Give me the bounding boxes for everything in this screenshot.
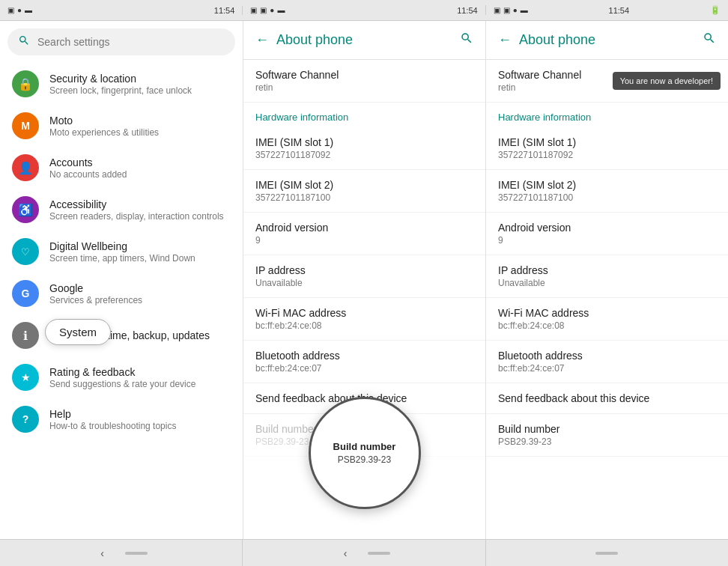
battery-icon: 🔋 <box>710 5 721 15</box>
bottom-nav-segment-3 <box>486 540 728 566</box>
google-title: Google <box>49 282 142 294</box>
status-icon-lock: ● <box>270 6 274 14</box>
help-icon: ? <box>12 406 39 433</box>
bt-title-2: Bluetooth address <box>498 350 716 362</box>
bottom-nav-segment-1: ‹ <box>0 540 243 566</box>
accounts-title: Accounts <box>49 156 127 168</box>
about-item-ip-2[interactable]: IP address Unavailable <box>486 255 728 298</box>
about-item-imei2-2[interactable]: IMEI (SIM slot 2) 357227101187100 <box>486 170 728 213</box>
about-item-imei2-1[interactable]: IMEI (SIM slot 2) 357227101187100 <box>243 170 485 213</box>
status-icon-sd: ▣ <box>260 6 267 14</box>
bt-value-1: bc:ff:eb:24:ce:07 <box>255 363 473 374</box>
rating-subtitle: Send suggestions & rate your device <box>49 379 195 389</box>
back-arrow-1[interactable]: ← <box>255 32 269 48</box>
android-value-2: 9 <box>498 235 716 246</box>
sidebar-item-accounts[interactable]: 👤 Accounts No accounts added <box>0 147 243 189</box>
imei2-title-2: IMEI (SIM slot 2) <box>498 179 716 191</box>
wifi-value-2: bc:ff:eb:24:ce:08 <box>498 320 716 331</box>
system-bubble: System <box>45 319 111 345</box>
android-value-1: 9 <box>255 235 473 246</box>
status-icons-left-1: ▣ ● ▬ <box>7 6 32 14</box>
nav-indicator-2[interactable] <box>368 552 390 555</box>
search-bar[interactable] <box>7 28 235 55</box>
imei1-title-1: IMEI (SIM slot 1) <box>255 136 473 148</box>
security-text: Security & location Screen lock, fingerp… <box>49 73 192 96</box>
nav-back-2[interactable]: ‹ <box>338 544 354 562</box>
rating-title: Rating & feedback <box>49 366 195 378</box>
about-content-1: Software Channel retin Hardware informat… <box>243 60 485 539</box>
sidebar-item-help[interactable]: ? Help How-to & troubleshooting topics <box>0 398 243 440</box>
sidebar-item-accessibility[interactable]: ♿ Accessibility Screen readers, display,… <box>0 189 243 231</box>
nav-indicator-1[interactable] <box>125 552 148 555</box>
accounts-text: Accounts No accounts added <box>49 156 127 180</box>
accessibility-subtitle: Screen readers, display, interaction con… <box>49 211 224 222</box>
digital-wellbeing-icon: ♡ <box>12 238 39 265</box>
sidebar-item-security[interactable]: 🔒 Security & location Screen lock, finge… <box>0 63 243 105</box>
accessibility-text: Accessibility Screen readers, display, i… <box>49 198 224 222</box>
about-item-software-channel-1[interactable]: Software Channel retin <box>243 60 485 103</box>
status-icons-left-2: ▣ ▣ ● ▬ <box>250 6 285 14</box>
ip-title-1: IP address <box>255 264 473 276</box>
about-item-wifi-2[interactable]: Wi-Fi MAC address bc:ff:eb:24:ce:08 <box>486 298 728 341</box>
android-title-1: Android version <box>255 222 473 234</box>
status-icon-sms: ▬ <box>25 6 32 14</box>
moto-title: Moto <box>49 115 159 127</box>
about-item-android-2[interactable]: Android version 9 <box>486 213 728 255</box>
help-subtitle: How-to & troubleshooting topics <box>49 421 176 431</box>
about-item-feedback-2[interactable]: Send feedback about this device <box>486 383 728 414</box>
status-segment-3: ▣ ▣ ● ▬ 11:54 🔋 <box>485 5 728 15</box>
accounts-subtitle: No accounts added <box>49 169 127 180</box>
digital-wellbeing-subtitle: Screen time, app timers, Wind Down <box>49 253 195 264</box>
about-header-hw-2: Hardware information <box>486 103 728 127</box>
about-item-android-1[interactable]: Android version 9 <box>243 213 485 255</box>
about-item-imei1-2[interactable]: IMEI (SIM slot 1) 357227101187092 <box>486 127 728 170</box>
about-item-ip-1[interactable]: IP address Unavailable <box>243 255 485 298</box>
system-icon: ℹ <box>12 322 39 349</box>
bottom-nav-segment-2: ‹ <box>243 540 485 566</box>
status-bar: ▣ ● ▬ 11:54 ▣ ▣ ● ▬ 11:54 ▣ ▣ ● ▬ 11:54 … <box>0 0 728 21</box>
sidebar-item-moto[interactable]: M Moto Moto experiences & utilities <box>0 105 243 147</box>
about-item-build-2[interactable]: Build number PSB29.39-23 <box>486 414 728 457</box>
nav-indicator-3[interactable] <box>595 552 618 555</box>
about-item-imei1-1[interactable]: IMEI (SIM slot 1) 357227101187092 <box>243 127 485 170</box>
ip-title-2: IP address <box>498 264 716 276</box>
about-header-2: ← About phone <box>486 21 728 60</box>
header-search-icon-1[interactable] <box>460 31 473 49</box>
digital-wellbeing-title: Digital Wellbeing <box>49 240 195 252</box>
about-item-wifi-1[interactable]: Wi-Fi MAC address bc:ff:eb:24:ce:08 <box>243 298 485 341</box>
about-panel-2: ← About phone Software Channel retin Har… <box>486 21 728 539</box>
wifi-value-1: bc:ff:eb:24:ce:08 <box>255 320 473 331</box>
security-subtitle: Screen lock, fingerprint, face unlock <box>49 85 192 96</box>
rating-icon: ★ <box>12 364 39 391</box>
imei1-title-2: IMEI (SIM slot 1) <box>498 136 716 148</box>
google-subtitle: Services & preferences <box>49 295 142 305</box>
ip-value-1: Unavailable <box>255 278 473 288</box>
main-layout: 🔒 Security & location Screen lock, finge… <box>0 21 728 539</box>
about-item-title-sc1: Software Channel <box>255 69 473 81</box>
about-item-bt-2[interactable]: Bluetooth address bc:ff:eb:24:ce:07 <box>486 341 728 383</box>
moto-icon: M <box>12 112 39 139</box>
sidebar-item-system[interactable]: ℹ Languages, time, backup, updates Syste… <box>0 314 243 356</box>
about-item-bt-1[interactable]: Bluetooth address bc:ff:eb:24:ce:07 <box>243 341 485 383</box>
imei2-value-1: 357227101187100 <box>255 192 473 203</box>
moto-subtitle: Moto experiences & utilities <box>49 127 159 138</box>
back-arrow-2[interactable]: ← <box>498 32 512 48</box>
status-segment-1: ▣ ● ▬ 11:54 <box>0 6 242 15</box>
sidebar-item-google[interactable]: G Google Services & preferences <box>0 273 243 314</box>
status-icon-msg: ▬ <box>277 6 285 14</box>
about-title-1: About phone <box>276 32 452 48</box>
sidebar-item-rating[interactable]: ★ Rating & feedback Send suggestions & r… <box>0 356 243 398</box>
search-input[interactable] <box>37 36 225 48</box>
nav-back-1[interactable]: ‹ <box>94 544 110 562</box>
build-value-2: PSB29.39-23 <box>498 436 716 447</box>
help-text: Help How-to & troubleshooting topics <box>49 408 176 431</box>
imei1-value-2: 357227101187092 <box>498 150 716 160</box>
header-search-icon-2[interactable] <box>703 31 716 49</box>
help-title: Help <box>49 408 176 420</box>
sidebar-item-digital-wellbeing[interactable]: ♡ Digital Wellbeing Screen time, app tim… <box>0 231 243 273</box>
build-circle-value: PSB29.39-23 <box>338 454 391 465</box>
status-time-1: 11:54 <box>214 6 235 15</box>
accessibility-title: Accessibility <box>49 198 224 210</box>
about-panel-1: ← About phone Software Channel retin Har… <box>243 21 486 539</box>
status-icon-ph: ▣ <box>494 6 500 14</box>
